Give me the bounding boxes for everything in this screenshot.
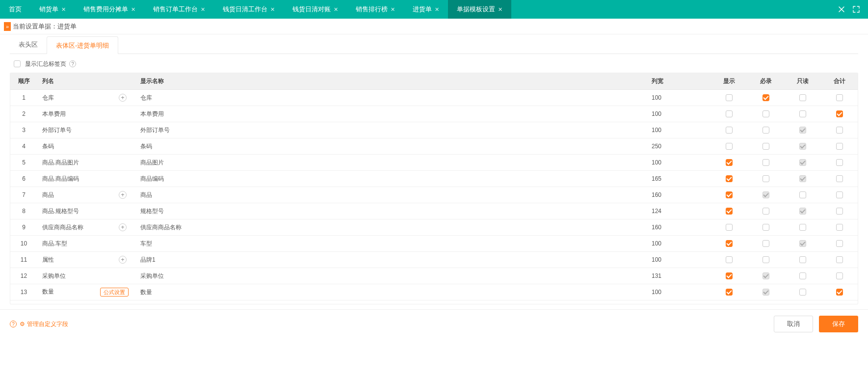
checkbox-show[interactable] [726,94,733,101]
checkbox-sum[interactable] [836,110,843,117]
cell-display[interactable]: 商品编码 [135,171,647,187]
cell-width[interactable]: 165 [647,171,710,187]
checkbox-show[interactable] [726,110,733,117]
cell-width[interactable]: 100 [647,106,710,122]
manage-custom-fields-link[interactable]: ⚙ 管理自定义字段 [20,320,68,328]
close-tab-icon[interactable]: ✕ [435,6,439,13]
checkbox-show[interactable] [726,224,733,231]
top-tab-4[interactable]: 钱货日清工作台✕ [214,0,284,19]
checkbox-readonly[interactable] [799,289,806,296]
table-row[interactable]: 2本单费用本单费用100 [10,106,858,122]
checkbox-show[interactable] [726,240,733,247]
table-row[interactable]: 1仓库+仓库100 [10,90,858,106]
cell-display[interactable]: 车型 [135,236,647,252]
sub-tab-0[interactable]: 表头区 [10,36,47,54]
collapse-context-icon[interactable]: » [4,22,11,31]
cell-display[interactable]: 数量 [135,284,647,300]
table-row[interactable]: 7商品+商品160 [10,187,858,203]
cell-display[interactable]: 供应商商品名称 [135,219,647,236]
save-button[interactable]: 保存 [819,316,858,332]
close-tab-icon[interactable]: ✕ [201,6,205,13]
add-column-icon[interactable]: + [119,191,127,199]
top-tab-7[interactable]: 进货单✕ [404,0,448,19]
top-tab-6[interactable]: 销售排行榜✕ [347,0,404,19]
top-tab-8[interactable]: 单据模板设置✕ [448,0,511,19]
checkbox-required[interactable] [763,256,769,263]
close-tab-icon[interactable]: ✕ [270,6,275,13]
sub-tab-1[interactable]: 表体区-进货单明细 [47,36,118,54]
checkbox-show[interactable] [726,159,733,166]
close-tab-icon[interactable]: ✕ [391,6,395,13]
add-column-icon[interactable]: + [119,94,127,102]
cell-width[interactable]: 160 [647,187,710,203]
checkbox-readonly[interactable] [799,272,806,279]
formula-setting-button[interactable]: 公式设置 [100,288,129,297]
checkbox-sum[interactable] [836,224,843,231]
checkbox-show[interactable] [726,289,733,296]
checkbox-readonly[interactable] [799,110,806,117]
close-all-tabs-icon[interactable] [838,5,845,13]
checkbox-show[interactable] [726,272,733,279]
cell-width[interactable]: 131 [647,268,710,284]
cell-width[interactable]: 100 [647,236,710,252]
top-tab-2[interactable]: 销售费用分摊单✕ [75,0,144,19]
cell-width[interactable]: 100 [647,284,710,300]
close-tab-icon[interactable]: ✕ [61,6,66,13]
table-row[interactable]: 4条码条码250 [10,138,858,155]
cell-width[interactable]: 100 [647,122,710,138]
checkbox-readonly[interactable] [799,224,806,231]
table-row[interactable]: 12采购单位采购单位131 [10,268,858,284]
checkbox-sum[interactable] [836,175,843,182]
cell-width[interactable]: 100 [647,300,710,304]
table-row[interactable]: 3外部订单号外部订单号100 [10,122,858,138]
checkbox-sum[interactable] [836,256,843,263]
checkbox-show[interactable] [726,256,733,263]
table-row[interactable]: 5商品.商品图片商品图片100 [10,155,858,171]
cell-display[interactable]: 外部订单号 [135,122,647,138]
checkbox-sum[interactable] [836,272,843,279]
cell-width[interactable]: 250 [647,138,710,155]
checkbox-required[interactable] [763,240,769,247]
checkbox-show[interactable] [726,143,733,150]
checkbox-sum[interactable] [836,143,843,150]
checkbox-show[interactable] [726,191,733,198]
checkbox-show[interactable] [726,127,733,134]
checkbox-sum[interactable] [836,127,843,134]
checkbox-sum[interactable] [836,94,843,101]
close-tab-icon[interactable]: ✕ [131,6,135,13]
footer-help-icon[interactable]: ? [10,321,17,327]
top-tab-1[interactable]: 销货单✕ [30,0,75,19]
checkbox-readonly[interactable] [799,256,806,263]
cell-width[interactable]: 100 [647,252,710,268]
cell-width[interactable]: 100 [647,155,710,171]
table-row[interactable]: 9供应商商品名称+供应商商品名称160 [10,219,858,236]
checkbox-show[interactable] [726,175,733,182]
table-row[interactable]: 14包装数量包装数量100 [10,300,858,304]
checkbox-sum[interactable] [836,208,843,215]
cell-display[interactable]: 条码 [135,138,647,155]
cell-width[interactable]: 124 [647,203,710,219]
table-row[interactable]: 11属性+品牌1100 [10,252,858,268]
cell-display[interactable]: 包装数量 [135,300,647,304]
checkbox-sum[interactable] [836,191,843,198]
table-row[interactable]: 8商品.规格型号规格型号124 [10,203,858,219]
help-icon[interactable]: ? [69,60,76,67]
cell-display[interactable]: 采购单位 [135,268,647,284]
table-row[interactable]: 13数量公式设置数量100 [10,284,858,300]
checkbox-readonly[interactable] [799,94,806,101]
close-tab-icon[interactable]: ✕ [334,6,338,13]
checkbox-required[interactable] [763,159,769,166]
top-tab-0[interactable]: 首页 [0,0,30,19]
cell-display[interactable]: 本单费用 [135,106,647,122]
top-tab-3[interactable]: 销售订单工作台✕ [144,0,214,19]
expand-icon[interactable] [852,5,860,13]
checkbox-required[interactable] [763,224,769,231]
table-row[interactable]: 6商品.商品编码商品编码165 [10,171,858,187]
top-tab-5[interactable]: 钱货日清对账✕ [284,0,347,19]
checkbox-required[interactable] [763,110,769,117]
cell-width[interactable]: 100 [647,90,710,106]
checkbox-readonly[interactable] [799,191,806,198]
cancel-button[interactable]: 取消 [774,316,813,332]
checkbox-required[interactable] [763,94,769,101]
cell-display[interactable]: 规格型号 [135,203,647,219]
